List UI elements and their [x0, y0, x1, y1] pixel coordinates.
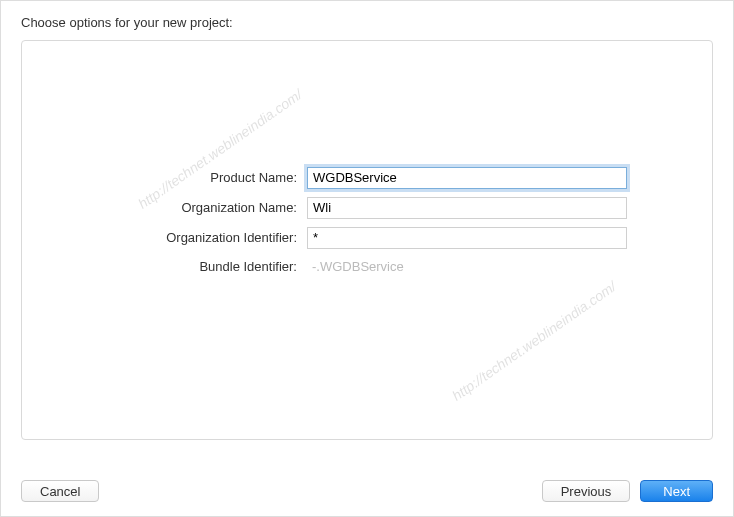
cancel-button[interactable]: Cancel — [21, 480, 99, 502]
product-name-label: Product Name: — [107, 170, 307, 185]
organization-identifier-label: Organization Identifier: — [107, 230, 307, 245]
organization-name-label: Organization Name: — [107, 200, 307, 215]
organization-identifier-row: Organization Identifier: — [87, 227, 647, 249]
organization-name-row: Organization Name: — [87, 197, 647, 219]
bundle-identifier-value: -.WGDBService — [307, 257, 627, 276]
bundle-identifier-label: Bundle Identifier: — [107, 259, 307, 274]
project-options-form: Product Name: Organization Name: Organiz… — [87, 167, 647, 284]
bundle-identifier-row: Bundle Identifier: -.WGDBService — [87, 257, 647, 276]
previous-button[interactable]: Previous — [542, 480, 631, 502]
product-name-row: Product Name: — [87, 167, 647, 189]
product-name-input[interactable] — [307, 167, 627, 189]
dialog-title: Choose options for your new project: — [1, 1, 733, 40]
button-bar: Cancel Previous Next — [1, 466, 733, 516]
watermark-text: http://technet.weblineindia.com/ — [449, 278, 619, 404]
organization-name-input[interactable] — [307, 197, 627, 219]
organization-identifier-input[interactable] — [307, 227, 627, 249]
next-button[interactable]: Next — [640, 480, 713, 502]
content-area: http://technet.weblineindia.com/ http://… — [21, 40, 713, 440]
